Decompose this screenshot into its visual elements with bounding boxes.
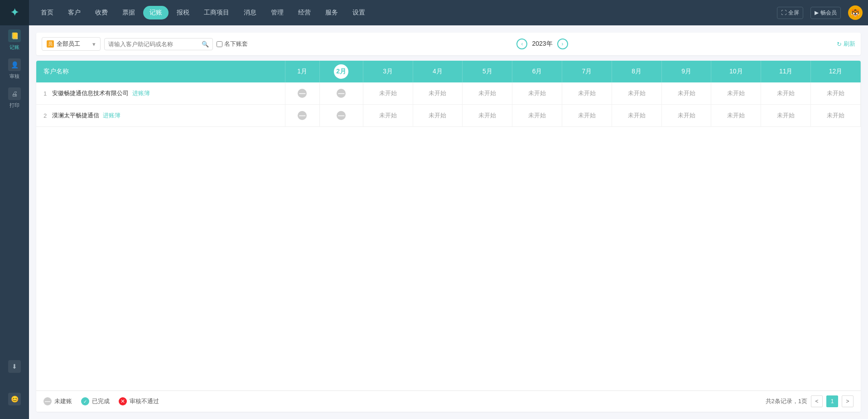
col-jun: 6月: [512, 61, 562, 82]
account-icon: 📒: [8, 29, 21, 42]
month-cell: 未开始: [413, 82, 463, 105]
sidebar-item-account-label: 记账: [10, 44, 19, 51]
client-name-cell: 2漠澜太平畅捷通信进账簿: [36, 105, 285, 127]
enter-link[interactable]: 进账簿: [132, 89, 150, 97]
nav-account[interactable]: 记账: [143, 6, 169, 19]
logo[interactable]: ✦: [0, 0, 29, 25]
not-started-text: 未开始: [777, 112, 795, 119]
nav-service[interactable]: 服务: [319, 6, 344, 19]
status-dash-icon: —: [337, 89, 346, 98]
topnav: 首页 客户 收费 票据 记账 报税 工商项目 消息 管理 经营 服务 设置 ⛶ …: [29, 0, 868, 25]
not-built-label: 未建账: [54, 397, 72, 405]
not-started-text: 未开始: [578, 112, 596, 119]
nav-message[interactable]: 消息: [237, 6, 263, 19]
total-records: 共2条记录，1页: [766, 397, 807, 405]
my-accounts-checkbox-label[interactable]: 名下账套: [217, 40, 248, 48]
month-cell: 未开始: [363, 105, 413, 127]
col-may: 5月: [463, 61, 512, 82]
my-accounts-label: 名下账套: [224, 40, 248, 48]
search-input[interactable]: [108, 41, 199, 48]
nav-operation[interactable]: 经营: [292, 6, 317, 19]
next-page-button[interactable]: >: [842, 395, 854, 407]
client-name-cell: 1安徽畅捷通信息技术有限公司进账簿: [36, 82, 285, 105]
month-cell: 未开始: [661, 82, 711, 105]
client-name: 漠澜太平畅捷通信: [52, 111, 99, 120]
member-button[interactable]: ▶ 畅会员: [810, 7, 841, 19]
prev-page-button[interactable]: <: [811, 395, 823, 407]
nav-client[interactable]: 客户: [62, 6, 87, 19]
month-cell: 未开始: [562, 82, 612, 105]
not-started-text: 未开始: [478, 90, 496, 96]
sidebar-item-download[interactable]: ⬇: [0, 352, 29, 381]
month-cell: 未开始: [811, 82, 861, 105]
table-wrap: 客户名称 1月 2月 3月 4月 5月 6月 7月 8月: [36, 61, 861, 412]
not-started-text: 未开始: [478, 112, 496, 119]
not-started-text: 未开始: [379, 90, 397, 96]
client-num: 1: [43, 90, 47, 97]
nav-home[interactable]: 首页: [34, 6, 60, 19]
legend-completed: ✓ 已完成: [81, 397, 110, 405]
member-label: 畅会员: [820, 9, 837, 17]
avatar[interactable]: 🐯: [848, 5, 863, 20]
month-cell: —: [285, 82, 319, 105]
main-area: 首页 客户 收费 票据 记账 报税 工商项目 消息 管理 经营 服务 设置 ⛶ …: [29, 0, 868, 419]
status-dash-icon: —: [298, 89, 307, 98]
month-cell: 未开始: [512, 105, 562, 127]
sidebar-item-audit[interactable]: 👤 审核: [0, 54, 29, 83]
prev-year-button[interactable]: ‹: [516, 39, 527, 49]
next-year-button[interactable]: ›: [557, 39, 568, 49]
rejected-icon: ✕: [119, 397, 127, 405]
nav-settings[interactable]: 设置: [346, 6, 371, 19]
month-cell: 未开始: [761, 105, 811, 127]
legend-rejected: ✕ 审核不通过: [119, 397, 159, 405]
not-started-text: 未开始: [528, 112, 546, 119]
sidebar-bottom: ⬇ 😊: [0, 352, 29, 414]
not-started-text: 未开始: [528, 90, 546, 96]
year-nav: ‹ 2023年 ›: [516, 39, 568, 49]
enter-link[interactable]: 进账簿: [103, 111, 121, 120]
current-page-button[interactable]: 1: [826, 395, 838, 407]
search-icon[interactable]: 🔍: [202, 41, 209, 48]
download-icon: ⬇: [8, 360, 21, 373]
month-cell: 未开始: [612, 82, 661, 105]
footer: — 未建账 ✓ 已完成 ✕ 审核不通过 共2条记录，1页 < 1: [36, 390, 861, 412]
month-cell: 未开始: [661, 105, 711, 127]
month-cell: 未开始: [463, 82, 512, 105]
refresh-button[interactable]: ↻ 刷新: [837, 40, 855, 48]
sidebar-item-print[interactable]: 🖨 打印: [0, 83, 29, 112]
col-sep: 9月: [661, 61, 711, 82]
month-cell: 未开始: [811, 105, 861, 127]
col-mar: 3月: [363, 61, 413, 82]
not-started-text: 未开始: [777, 90, 795, 96]
not-started-text: 未开始: [628, 90, 646, 96]
nav-manage[interactable]: 管理: [265, 6, 290, 19]
legend-not-built: — 未建账: [43, 397, 72, 405]
nav-billing[interactable]: 收费: [89, 6, 114, 19]
sidebar: ✦ 📒 记账 👤 审核 🖨 打印 ⬇ 😊: [0, 0, 29, 419]
toolbar: 员 全部员工 ▾ 🔍 名下账套 ‹ 2023年 ›: [36, 33, 861, 55]
sidebar-item-user-help[interactable]: 😊: [0, 385, 29, 414]
sidebar-item-account[interactable]: 📒 记账: [0, 25, 29, 54]
not-started-text: 未开始: [827, 112, 844, 119]
fullscreen-button[interactable]: ⛶ 全屏: [777, 7, 803, 19]
col-client-name: 客户名称: [36, 61, 285, 82]
nav-tax[interactable]: 报税: [170, 6, 196, 19]
fullscreen-icon: ⛶: [781, 10, 786, 16]
nav-business[interactable]: 工商项目: [198, 6, 236, 19]
table-scroll[interactable]: 客户名称 1月 2月 3月 4月 5月 6月 7月 8月: [36, 61, 861, 390]
not-started-text: 未开始: [429, 112, 446, 119]
nav-invoice[interactable]: 票据: [116, 6, 141, 19]
employee-select[interactable]: 员 全部员工 ▾: [42, 37, 101, 51]
month-cell: 未开始: [413, 105, 463, 127]
month-cell: 未开始: [711, 82, 761, 105]
status-dash-icon: —: [337, 111, 346, 120]
month-cell: 未开始: [463, 105, 512, 127]
month-cell: 未开始: [761, 82, 811, 105]
current-month-circle: 2月: [334, 64, 348, 79]
my-accounts-checkbox[interactable]: [217, 41, 222, 47]
col-feb: 2月: [319, 61, 363, 82]
page-container: 员 全部员工 ▾ 🔍 名下账套 ‹ 2023年 ›: [29, 25, 868, 419]
table-header-row: 客户名称 1月 2月 3月 4月 5月 6月 7月 8月: [36, 61, 861, 82]
not-started-text: 未开始: [827, 90, 844, 96]
table-row: 1安徽畅捷通信息技术有限公司进账簿——未开始未开始未开始未开始未开始未开始未开始…: [36, 82, 861, 105]
